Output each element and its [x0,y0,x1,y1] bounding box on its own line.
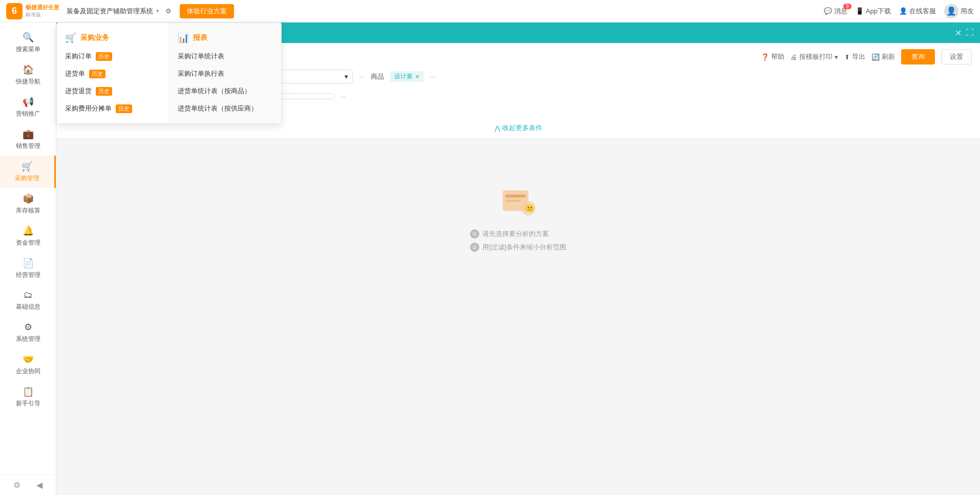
print-icon: 🖨 [791,53,797,61]
salesman-more-dots[interactable]: ··· [340,93,346,100]
sidebar-label-sales: 销售管理 [16,142,40,150]
goods-tag-text: 设计素 [394,72,413,81]
collapse-button[interactable]: ⋀ 收起更多条件 [495,123,542,133]
popup-item-purchase-expense[interactable]: 采购费用分摊单 历史 [57,100,169,117]
sidebar-collapse-btn[interactable]: ◀ [36,480,42,490]
sidebar-item-inventory[interactable]: 📦 库存核算 [0,188,56,220]
sidebar-label-enterprise: 企业协同 [16,367,40,376]
print-dropdown-icon: ▾ [835,53,838,61]
sidebar-item-quicknav[interactable]: 🏠 快捷导航 [0,59,56,91]
system-dropdown-icon[interactable]: ▾ [156,8,159,14]
empty-text: ① 请先选择要分析的方案 ② 用[过滤]条件来缩小分析范围 [470,229,566,252]
sidebar-item-operation[interactable]: 📄 经营管理 [0,252,56,285]
megaphone-icon: 📢 [23,96,34,107]
briefcase-icon: 💼 [23,128,34,140]
system-title-text: 装备及固定资产辅助管理系统 [67,7,153,16]
user-item[interactable]: 👤 用友 [944,4,974,18]
handshake-icon: 🤝 [23,354,34,365]
goods-tag: 设计素 ✕ [390,71,424,82]
system-title: 装备及固定资产辅助管理系统 ▾ [67,7,159,16]
goods-stat-supplier-label: 进货单统计表（按供应商） [178,104,258,113]
settings-icon-btn[interactable]: ⚙ [161,4,176,18]
export-btn[interactable]: ⬆ 导出 [844,52,865,61]
sidebar-item-basic[interactable]: 🗂 基础信息 [0,285,56,316]
top-bar: 6 畅捷通好生意 标准版 装备及固定资产辅助管理系统 ▾ ⚙ 体验行业方案 💬 … [0,0,980,23]
sidebar-label-basic: 基础信息 [16,303,40,311]
tab-maximize-icon[interactable]: ⛶ [966,28,974,37]
goods-tag-close[interactable]: ✕ [415,73,420,80]
sidebar-item-system[interactable]: ⚙ 系统管理 [0,316,56,349]
sidebar-item-guide[interactable]: 📋 新手引导 [0,381,56,413]
help-label: 帮助 [771,52,784,61]
sidebar-settings-btn[interactable]: ⚙ [13,480,20,490]
popup-item-purchase-order-stat[interactable]: 采购订单统计表 [169,48,282,65]
user-label: 用友 [961,7,974,16]
help-btn[interactable]: ❓ 帮助 [761,52,784,61]
history-badge-3: 历史 [96,87,112,96]
sidebar-label-finance: 资金管理 [16,239,40,247]
popup-col-purchase-header: 🛒 采购业务 [57,29,169,48]
app-download-label: App下载 [866,7,891,16]
goods-more-dots[interactable]: ··· [430,73,436,80]
sidebar-label-inventory: 库存核算 [16,206,40,215]
cart-icon: 🛒 [22,161,33,172]
tab-close-all-icon[interactable]: ✕ [955,28,962,38]
app-download-item[interactable]: 📱 App下载 [856,7,891,16]
export-icon: ⬆ [844,53,850,61]
sidebar: 🔍 搜索菜单 🏠 快捷导航 📢 营销推广 💼 销售管理 🛒 采购管理 📦 库存核… [0,23,56,495]
goods-receipt-label: 进货单 [65,69,85,78]
app-icon: 📱 [856,7,864,15]
industry-button[interactable]: 体验行业方案 [180,4,234,18]
doc-icon: 📄 [23,257,34,269]
popup-item-purchase-order[interactable]: 采购订单 历史 [57,48,169,65]
purchase-order-exec-label: 采购订单执行表 [178,69,224,78]
query-button[interactable]: 查询 [901,49,935,64]
sidebar-item-purchase[interactable]: 🛒 采购管理 [0,156,56,188]
print-label: 按模板打印 [799,52,833,61]
empty-tip-2: ② 用[过滤]条件来缩小分析范围 [470,243,566,252]
popup-item-goods-stat-supplier[interactable]: 进货单统计表（按供应商） [169,100,282,117]
message-item[interactable]: 💬 消息 9 [824,7,847,16]
report-col-icon: 📊 [178,32,189,44]
history-badge-1: 历史 [96,52,112,61]
logo-area: 6 畅捷通好生意 标准版 [6,3,62,19]
sidebar-label-system: 系统管理 [16,335,40,343]
online-service-item[interactable]: 👤 在线客服 [899,7,936,16]
purchase-order-stat-label: 采购订单统计表 [178,52,224,61]
empty-state: 😕 ① 请先选择要分析的方案 ② 用[过滤]条件来缩小分析范围 [56,139,980,293]
popup-item-goods-return[interactable]: 进货退货 历史 [57,82,169,100]
collapse-label: 收起更多条件 [502,123,542,133]
history-badge-4: 历史 [116,104,132,113]
sidebar-item-enterprise[interactable]: 🤝 企业协同 [0,349,56,381]
home-icon: 🏠 [23,64,34,75]
sidebar-label-search: 搜索菜单 [16,45,40,54]
popup-item-goods-receipt[interactable]: 进货单 历史 [57,65,169,82]
tab-bar-right: ✕ ⛶ [955,28,980,38]
empty-tip-1: ① 请先选择要分析的方案 [470,229,566,239]
service-icon: 👤 [899,7,907,15]
purchase-col-icon: 🛒 [65,32,76,44]
settings-button[interactable]: 设置 [941,49,972,64]
status-more-dots[interactable]: ··· [359,73,365,80]
export-label: 导出 [852,52,865,61]
sidebar-item-sales[interactable]: 💼 销售管理 [0,123,56,156]
search-icon: 🔍 [23,32,34,43]
print-btn[interactable]: 🖨 按模板打印 ▾ [791,52,838,61]
sidebar-item-marketing[interactable]: 📢 营销推广 [0,91,56,123]
goods-return-label: 进货退货 [65,87,92,96]
logo-sub: 标准版 [26,11,59,18]
history-badge-2: 历史 [89,70,105,78]
online-service-label: 在线客服 [909,7,936,16]
svg-text:😕: 😕 [525,204,535,213]
popup-item-purchase-order-exec[interactable]: 采购订单执行表 [169,65,282,82]
popup-col-report-header: 📊 报表 [169,29,282,48]
collapse-icon: ⋀ [495,124,500,132]
purchase-dropdown: 🛒 采购业务 采购订单 历史 进货单 历史 进货退货 历史 采购费用分摊单 历史… [56,23,282,124]
refresh-btn[interactable]: 🔄 刷新 [871,52,895,61]
sidebar-item-search[interactable]: 🔍 搜索菜单 [0,27,56,59]
popup-item-goods-stat-goods[interactable]: 进货单统计表（按商品） [169,82,282,100]
step-num-2: ② [470,243,479,252]
grid-icon: 🗂 [24,290,33,300]
sidebar-label-operation: 经营管理 [16,271,40,279]
sidebar-item-finance[interactable]: 🔔 资金管理 [0,220,56,252]
